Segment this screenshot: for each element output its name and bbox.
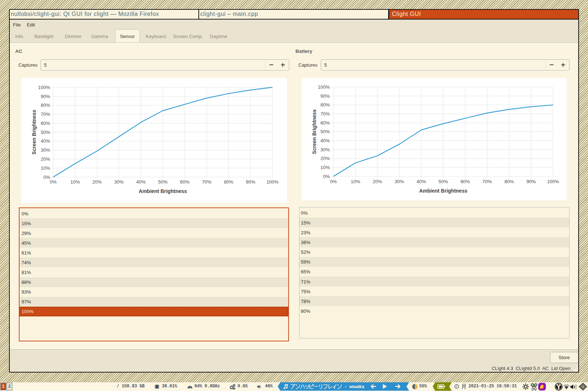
svg-text:70%: 70% <box>320 111 330 117</box>
svg-text:70%: 70% <box>202 179 211 185</box>
svg-text:70%: 70% <box>482 179 492 184</box>
svg-text:50%: 50% <box>320 129 330 134</box>
svg-text:100%: 100% <box>266 179 279 185</box>
svg-text:20%: 20% <box>320 156 330 161</box>
svg-text:100%: 100% <box>38 85 50 90</box>
svg-text:80%: 80% <box>224 179 233 185</box>
svg-text:90%: 90% <box>41 94 50 99</box>
svg-text:80%: 80% <box>320 102 330 108</box>
svg-text:100%: 100% <box>318 84 330 90</box>
svg-text:10%: 10% <box>320 165 330 170</box>
svg-text:100%: 100% <box>547 179 559 184</box>
svg-text:0%: 0% <box>330 179 337 184</box>
svg-text:60%: 60% <box>41 121 50 126</box>
svg-text:50%: 50% <box>158 179 168 185</box>
svg-text:- wowaka: - wowaka <box>344 384 364 390</box>
svg-text:90%: 90% <box>320 93 330 99</box>
svg-text:10%: 10% <box>71 179 80 185</box>
svg-text:10%: 10% <box>41 165 50 171</box>
svg-text:50%: 50% <box>438 179 448 184</box>
svg-text:70%: 70% <box>41 112 50 117</box>
svg-text:90%: 90% <box>526 179 536 184</box>
svg-text:20%: 20% <box>92 179 102 185</box>
svg-text:30%: 30% <box>114 179 124 185</box>
svg-text:40%: 40% <box>136 179 146 185</box>
svg-text:30%: 30% <box>41 147 50 153</box>
svg-text:20%: 20% <box>373 179 382 184</box>
svg-text:40%: 40% <box>320 138 330 143</box>
svg-text:30%: 30% <box>395 179 404 184</box>
svg-text:40%: 40% <box>417 179 426 184</box>
svg-text:50%: 50% <box>41 130 50 135</box>
svg-text:Screen Brightness: Screen Brightness <box>31 110 37 155</box>
svg-text:90%: 90% <box>246 179 255 185</box>
svg-text:80%: 80% <box>41 102 50 108</box>
svg-text:Ambient Brightness: Ambient Brightness <box>419 188 467 194</box>
svg-text:0%: 0% <box>43 175 50 180</box>
svg-text:60%: 60% <box>461 179 470 184</box>
svg-text:60%: 60% <box>320 120 330 126</box>
svg-text:0%: 0% <box>50 179 57 185</box>
svg-text:40%: 40% <box>41 138 50 144</box>
svg-text:60%: 60% <box>180 179 189 185</box>
svg-text:20%: 20% <box>41 156 50 162</box>
svg-text:Screen Brightness: Screen Brightness <box>311 109 317 154</box>
svg-text:80%: 80% <box>504 179 514 184</box>
svg-text:Ambient Brightness: Ambient Brightness <box>139 188 187 194</box>
svg-text:30%: 30% <box>320 147 330 152</box>
svg-text:10%: 10% <box>351 179 360 184</box>
svg-text:0%: 0% <box>323 174 330 179</box>
